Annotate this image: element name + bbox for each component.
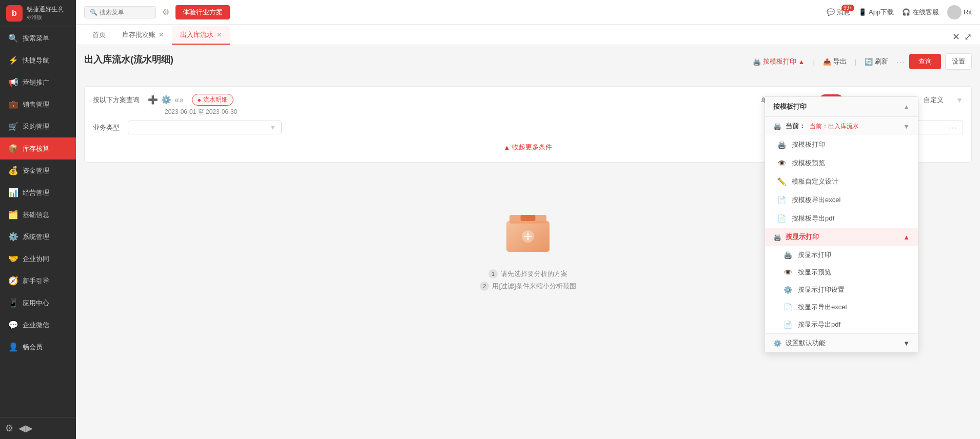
print-dropdown-panel: 按模板打印 ▲ 🖨️ 当前： 当前：出入库流水 ▼ xyxy=(765,96,918,353)
export-button[interactable]: 📤 导出 xyxy=(819,55,851,68)
empty-step-2: 2 用[过滤]条件来缩小分析范围 xyxy=(480,282,576,291)
sidebar-item-coop[interactable]: 🤝 企业协同 xyxy=(0,248,76,270)
warehouse-more-icon[interactable]: ··· xyxy=(949,124,957,131)
display-section-icon: 🖨️ xyxy=(773,233,781,241)
expand-scheme-icon[interactable]: «» xyxy=(174,95,184,105)
display-print-icon: 🖨️ xyxy=(783,251,793,259)
sidebar-item-label-apps: 应用中心 xyxy=(23,298,49,308)
sidebar-item-label-operation: 经营管理 xyxy=(23,188,49,197)
settings-footer-icon: ⚙️ xyxy=(773,340,781,347)
app-badge: 标准版 xyxy=(27,14,64,21)
trial-button[interactable]: 体验行业方案 xyxy=(175,5,230,19)
footer-label: 设置默认功能 xyxy=(786,338,826,348)
template-print-label: 按模板打印 xyxy=(792,140,825,149)
collapse-icon[interactable]: ◀▶ xyxy=(18,423,33,434)
sidebar-item-quick-nav[interactable]: ⚡ 快捷导航 xyxy=(0,49,76,71)
filter-scheme-label: 按以下方案查询 xyxy=(93,95,140,105)
printer-icon: 🖨️ xyxy=(753,58,761,66)
dropdown-display-item-display-export-excel[interactable]: 📄 按显示导出excel xyxy=(765,298,918,316)
display-export-pdf-icon: 📄 xyxy=(783,321,793,329)
biz-type-select[interactable]: ▼ xyxy=(128,121,282,134)
sidebar-item-sales[interactable]: 💼 销售管理 xyxy=(0,93,76,115)
template-preview-label: 按模板预览 xyxy=(792,158,825,168)
tag-label: 流水明细 xyxy=(203,95,228,104)
template-customize-label: 模板自定义设计 xyxy=(792,177,838,186)
date-btn-custom[interactable]: 自定义 xyxy=(919,94,948,106)
user-name: Rit xyxy=(964,8,972,16)
tab-flow[interactable]: 出入库流水✕ xyxy=(172,26,230,45)
sidebar-item-member[interactable]: 👤 畅会员 xyxy=(0,336,76,358)
member-icon: 👤 xyxy=(8,342,18,352)
sidebar-item-system[interactable]: ⚙️ 系统管理 xyxy=(0,226,76,248)
message-item[interactable]: 💬 消息 99+ xyxy=(827,8,850,17)
dropdown-display-item-display-export-pdf[interactable]: 📄 按显示导出pdf xyxy=(765,316,918,333)
edit-scheme-icon[interactable]: ⚙️ xyxy=(161,95,171,105)
tab-label-home: 首页 xyxy=(92,30,106,39)
finance-icon: 💰 xyxy=(8,166,18,175)
query-button[interactable]: 查询 xyxy=(909,54,941,69)
dropdown-item-template-export-excel[interactable]: 📄 按模板导出excel xyxy=(765,191,918,209)
sidebar-item-wechat[interactable]: 💬 企业微信 xyxy=(0,314,76,336)
page-toolbar: 🖨️ 按模板打印 ▲ | 📤 导出 | 🔄 刷新 ··· 查询 设置 xyxy=(749,53,972,70)
tab-maximize-button[interactable]: ⤢ xyxy=(964,31,972,43)
settings-icon[interactable]: ⚙ xyxy=(5,423,13,434)
dropdown-footer[interactable]: ⚙️ 设置默认功能 ▼ xyxy=(765,333,918,352)
settings-button[interactable]: 设置 xyxy=(945,53,972,70)
sidebar-item-finance[interactable]: 💰 资金管理 xyxy=(0,159,76,182)
tab-home[interactable]: 首页 xyxy=(84,26,114,45)
template-export-pdf-label: 按模板导出pdf xyxy=(792,214,834,223)
display-export-pdf-label: 按显示导出pdf xyxy=(798,320,840,329)
headset-icon: 🎧 xyxy=(902,8,910,16)
main-content: 🔍 ⚙ 体验行业方案 💬 消息 99+ 📱 App下载 🎧 在线客服 xyxy=(76,0,980,439)
date-range-text: 2023-06-01 至 2023-06-30 xyxy=(165,108,237,115)
sidebar-item-search[interactable]: 🔍 搜索菜单 xyxy=(0,27,76,49)
gear-icon[interactable]: ⚙ xyxy=(162,7,169,17)
dropdown-item-template-export-pdf[interactable]: 📄 按模板导出pdf xyxy=(765,209,918,228)
header-search-box[interactable]: 🔍 xyxy=(84,6,156,18)
sidebar-item-label-sales: 销售管理 xyxy=(23,100,49,109)
sidebar-item-basic[interactable]: 🗂️ 基础信息 xyxy=(0,204,76,226)
dropdown-display-item-display-print-settings[interactable]: ⚙️ 按显示打印设置 xyxy=(765,281,918,298)
sidebar-item-label-guide: 新手引导 xyxy=(23,276,49,286)
filter-tag[interactable]: ● 流水明细 xyxy=(192,94,233,106)
search-input[interactable] xyxy=(100,9,151,16)
chevron-up-icon: ▲ xyxy=(798,58,805,66)
current-section-icon: 🖨️ xyxy=(773,123,781,130)
tab-close-flow[interactable]: ✕ xyxy=(217,31,222,38)
tabs-actions: ✕ ⤢ xyxy=(952,31,972,45)
add-scheme-icon[interactable]: ➕ xyxy=(148,95,158,105)
dropdown-item-template-customize[interactable]: ✏️ 模板自定义设计 xyxy=(765,172,918,191)
current-section-label: 当前： xyxy=(786,122,806,131)
page-content: 出入库流水(流水明细) 🖨️ 按模板打印 ▲ | 📤 导出 | 🔄 刷新 xyxy=(76,45,980,439)
sidebar-item-operation[interactable]: 📊 经营管理 xyxy=(0,182,76,204)
phone-icon: 📱 xyxy=(858,8,867,16)
dropdown-item-template-preview[interactable]: 👁️ 按模板预览 xyxy=(765,154,918,172)
search-icon: 🔍 xyxy=(90,9,97,16)
toolbar-divider-1: | xyxy=(813,58,814,66)
print-template-button[interactable]: 🖨️ 按模板打印 ▲ xyxy=(749,55,809,68)
dropdown-item-template-print[interactable]: 🖨️ 按模板打印 xyxy=(765,135,918,154)
tab-close-all-button[interactable]: ✕ xyxy=(952,31,960,43)
online-service-item[interactable]: 🎧 在线客服 xyxy=(902,8,939,17)
dropdown-display-item-display-preview[interactable]: 👁️ 按显示预览 xyxy=(765,264,918,281)
chevron-down-biz-icon: ▼ xyxy=(269,124,276,131)
more-options[interactable]: ··· xyxy=(896,58,905,66)
toolbar-divider-2: | xyxy=(855,58,856,66)
dropdown-display-section[interactable]: 🖨️ 按显示打印 ▲ xyxy=(765,228,918,246)
tab-batch[interactable]: 库存批次账✕ xyxy=(114,26,172,45)
sidebar-item-purchase[interactable]: 🛒 采购管理 xyxy=(0,115,76,137)
sidebar-item-apps[interactable]: 📱 应用中心 xyxy=(0,292,76,314)
refresh-button[interactable]: 🔄 刷新 xyxy=(860,55,892,68)
sales-icon: 💼 xyxy=(8,99,18,109)
dropdown-current-section[interactable]: 🖨️ 当前： 当前：出入库流水 ▼ xyxy=(765,117,918,135)
empty-state-illustration xyxy=(497,199,559,261)
template-preview-icon: 👁️ xyxy=(777,159,787,167)
tab-close-batch[interactable]: ✕ xyxy=(159,31,164,38)
sidebar-item-guide[interactable]: 🧭 新手引导 xyxy=(0,270,76,292)
chevron-up-dropdown-icon[interactable]: ▲ xyxy=(903,103,910,111)
dropdown-display-item-display-print[interactable]: 🖨️ 按显示打印 xyxy=(765,246,918,264)
user-avatar-area[interactable]: Rit xyxy=(947,5,972,19)
app-download-item[interactable]: 📱 App下载 xyxy=(858,8,894,17)
sidebar-item-inventory[interactable]: 📦 库存核算 xyxy=(0,137,76,159)
sidebar-item-marketing[interactable]: 📢 营销推广 xyxy=(0,71,76,93)
